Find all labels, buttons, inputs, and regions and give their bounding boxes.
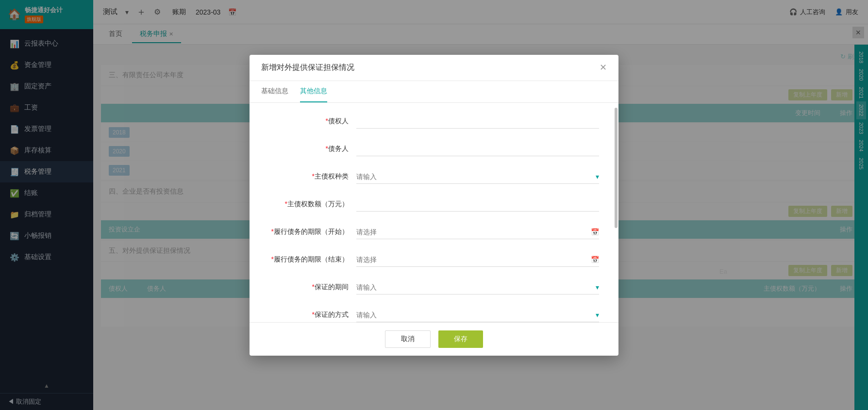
form-group-guarantee-method: *保证的方式 ▾ bbox=[269, 308, 599, 322]
debt-type-arrow-icon: ▾ bbox=[596, 173, 599, 180]
modal-tab-basic[interactable]: 基础信息 bbox=[261, 81, 288, 102]
guarantee-period-label: *保证的期间 bbox=[269, 283, 356, 292]
period-end-calendar-icon: 📅 bbox=[591, 256, 599, 263]
period-end-label: *履行债务的期限（结束） bbox=[269, 255, 356, 264]
form-group-debt-amount: *主债权数额（万元） bbox=[269, 197, 599, 212]
guarantee-method-select[interactable]: ▾ bbox=[356, 308, 599, 322]
modal-tabs: 基础信息 其他信息 bbox=[250, 81, 618, 103]
debt-type-input[interactable] bbox=[356, 173, 596, 180]
modal-header: 新增对外提供保证担保情况 ✕ bbox=[250, 55, 618, 81]
cancel-button[interactable]: 取消 bbox=[385, 330, 431, 348]
form-group-debtor: *债务人 bbox=[269, 142, 599, 156]
form-group-period-end: *履行债务的期限（结束） 📅 bbox=[269, 253, 599, 267]
creditor-label: *债权人 bbox=[269, 117, 356, 126]
debt-type-select[interactable]: ▾ bbox=[356, 170, 599, 184]
period-end-date[interactable]: 📅 bbox=[356, 253, 599, 267]
period-start-input[interactable] bbox=[356, 228, 591, 236]
guarantee-period-input[interactable] bbox=[356, 283, 596, 291]
debtor-input[interactable] bbox=[356, 142, 599, 156]
save-button[interactable]: 保存 bbox=[438, 330, 483, 348]
modal: 新增对外提供保证担保情况 ✕ 基础信息 其他信息 *债权人 bbox=[250, 55, 618, 356]
period-start-calendar-icon: 📅 bbox=[591, 228, 599, 236]
modal-close-button[interactable]: ✕ bbox=[600, 63, 607, 72]
period-start-label: *履行债务的期限（开始） bbox=[269, 228, 356, 236]
modal-footer: 取消 保存 bbox=[250, 322, 618, 356]
guarantee-period-select[interactable]: ▾ bbox=[356, 280, 599, 295]
period-end-input[interactable] bbox=[356, 256, 591, 263]
period-start-date[interactable]: 📅 bbox=[356, 225, 599, 239]
form-group-creditor: *债权人 bbox=[269, 115, 599, 129]
modal-body: *债权人 *债务人 *主债权种类 bbox=[250, 103, 618, 322]
debt-amount-input[interactable] bbox=[356, 197, 599, 212]
debtor-label: *债务人 bbox=[269, 145, 356, 153]
debt-type-label: *主债权种类 bbox=[269, 172, 356, 181]
modal-overlay: 新增对外提供保证担保情况 ✕ 基础信息 其他信息 *债权人 bbox=[0, 0, 868, 410]
modal-tab-other[interactable]: 其他信息 bbox=[300, 81, 327, 102]
guarantee-method-input[interactable] bbox=[356, 311, 596, 319]
creditor-input[interactable] bbox=[356, 115, 599, 129]
form-group-guarantee-period: *保证的期间 ▾ bbox=[269, 280, 599, 295]
scrollbar-thumb[interactable] bbox=[615, 108, 618, 229]
debt-amount-label: *主债权数额（万元） bbox=[269, 200, 356, 209]
guarantee-method-label: *保证的方式 bbox=[269, 311, 356, 319]
modal-title: 新增对外提供保证担保情况 bbox=[261, 63, 354, 73]
form-group-debt-type: *主债权种类 ▾ bbox=[269, 170, 599, 184]
modal-scroll-area: *债权人 *债务人 *主债权种类 bbox=[250, 103, 618, 322]
form-group-period-start: *履行债务的期限（开始） 📅 bbox=[269, 225, 599, 239]
guarantee-method-arrow-icon: ▾ bbox=[596, 311, 599, 319]
guarantee-period-arrow-icon: ▾ bbox=[596, 283, 599, 291]
